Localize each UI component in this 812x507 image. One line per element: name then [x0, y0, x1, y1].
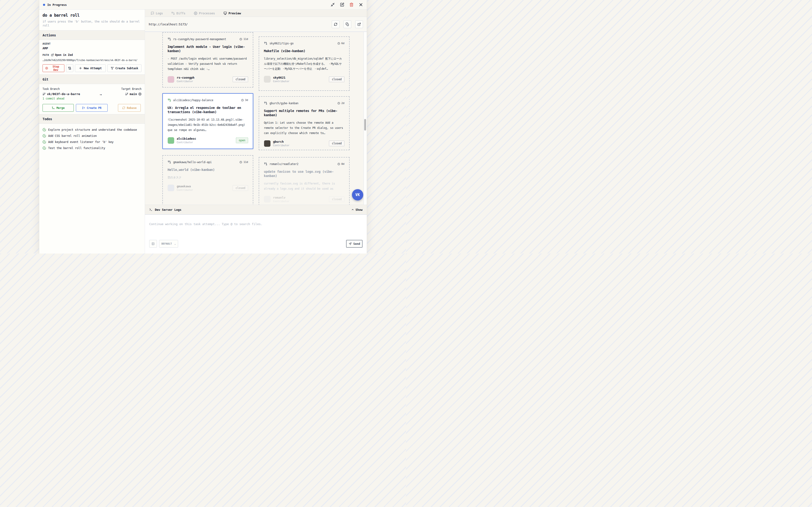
refresh-button[interactable]	[332, 20, 340, 28]
chevron-down-icon: ⌄	[174, 242, 176, 245]
gear-icon[interactable]	[138, 93, 142, 96]
tab-preview[interactable]: Preview	[223, 11, 241, 15]
tab-bar: LogsDiffsProcessesPreview	[145, 10, 367, 17]
refresh-icon	[122, 106, 125, 109]
stop-circle-icon	[45, 67, 48, 70]
close-icon[interactable]	[359, 3, 363, 7]
pr-status-badge: open	[236, 137, 248, 143]
attach-image-button[interactable]	[149, 240, 157, 247]
card-age: 6d	[338, 42, 345, 45]
external-link-icon	[51, 54, 54, 56]
pr-card[interactable]: gburch/gybe-kanban 2d Support multiple r…	[259, 96, 350, 150]
send-icon	[349, 242, 352, 245]
git-section-header: Git	[39, 74, 145, 84]
pr-status-badge: closed	[329, 140, 345, 146]
terminal-icon	[149, 208, 152, 211]
stop-dev-button[interactable]: Stop Dev	[43, 64, 64, 72]
minimize-icon[interactable]	[331, 3, 335, 7]
git-branch-icon	[43, 93, 46, 96]
check-circle-icon	[43, 128, 46, 131]
card-author-role: Contributor	[177, 80, 194, 83]
check-circle-icon	[43, 140, 46, 144]
card-age: 3d	[241, 99, 248, 102]
pr-card[interactable]: romanlv/readlater2 8d update favicon to …	[259, 157, 350, 205]
card-author-role: Contributor	[273, 200, 290, 203]
card-author: gburch	[273, 140, 290, 144]
edit-icon[interactable]	[340, 3, 344, 7]
message-input[interactable]	[145, 215, 367, 237]
show-logs-toggle[interactable]: Show	[351, 208, 362, 212]
card-description: Option 1: Let users choose the remote Ad…	[264, 120, 345, 136]
fork-icon	[111, 67, 114, 70]
tab-processes[interactable]: Processes	[194, 11, 215, 15]
create-subtask-button[interactable]: Create Subtask	[107, 64, 142, 72]
create-pr-button[interactable]: Create PR	[76, 104, 108, 112]
todo-item: Explore project structure and understand…	[43, 128, 142, 131]
card-title: Support multiple remotes for PRs (vibe-k…	[264, 109, 345, 117]
avatar	[264, 140, 271, 147]
card-author: rs-cuongph	[177, 76, 194, 79]
avatar	[264, 196, 271, 203]
vibe-kanban-bubble[interactable]: VK	[352, 189, 363, 201]
clock-icon	[338, 42, 340, 45]
todo-item: Add CSS barrel roll animation	[43, 134, 142, 137]
pr-card[interactable]: sky0621/tips-go 6d Makefile (vibe-kanban…	[259, 36, 350, 91]
status-label: In Progress	[47, 3, 67, 7]
pr-card[interactable]: rs-cuongph/my-password-management 11d Im…	[162, 32, 253, 88]
card-description: - POST /auth/login endpoint với username…	[167, 56, 248, 72]
card-author-role: Contributor	[273, 80, 290, 83]
card-repo: alcibiadesc/happy-balance	[173, 99, 213, 102]
new-attempt-button[interactable]: New Attempt	[75, 64, 106, 72]
check-circle-icon	[43, 134, 46, 137]
diff-icon	[171, 11, 175, 15]
browser-bar: http://localhost:5173/	[145, 17, 367, 32]
delete-icon[interactable]	[349, 3, 354, 7]
todo-item: Add keyboard event listener for 'b' key	[43, 140, 142, 144]
profile-select[interactable]: DEFAULT ⌄	[159, 240, 178, 247]
merge-button[interactable]: Merge	[43, 104, 74, 112]
tab-logs[interactable]: Logs	[151, 11, 163, 15]
task-title: do a barrel roll	[43, 13, 142, 17]
git-section: Task Branch vk/063f-do-a-barre 1 commit …	[39, 84, 145, 114]
pull-request-icon	[167, 160, 171, 164]
dev-logs-scroll-button[interactable]	[66, 64, 73, 72]
card-repo: gburch/gybe-kanban	[269, 102, 298, 105]
open-in-zed-link[interactable]: Open in Zed	[51, 53, 73, 57]
card-author: sky0621	[273, 76, 290, 79]
card-author-role: Contributor	[177, 188, 193, 191]
card-description: currently favicon.svg is different, ther…	[264, 181, 345, 191]
copy-icon	[346, 22, 349, 26]
clock-icon	[241, 99, 244, 102]
card-author-role: Contributor	[177, 141, 196, 144]
send-button[interactable]: Send	[346, 240, 362, 247]
card-title: Hello,world (vibe-kanban)	[167, 168, 248, 172]
image-icon	[152, 242, 155, 245]
pr-status-badge: closed	[233, 76, 248, 82]
pr-card[interactable]: alcibiadesc/happy-balance 3d UX: Arregla…	[162, 93, 253, 149]
card-author: alcibiadesc	[177, 137, 196, 140]
refresh-icon	[334, 22, 338, 26]
scrollbar-track[interactable]	[363, 32, 367, 205]
card-author: gmaekawa	[177, 184, 193, 188]
clock-icon	[338, 163, 340, 165]
clock-icon	[240, 161, 242, 164]
plus-icon	[79, 67, 82, 70]
pr-card[interactable]: gmaekawa/hello-world-api 11d Hello,world…	[162, 155, 253, 205]
rebase-button[interactable]: Rebase	[118, 104, 141, 112]
card-title: Makefile (vibe-kanban)	[264, 49, 345, 53]
open-external-button[interactable]	[355, 20, 363, 28]
card-title: update favicon to use logo.svg (vibe-kan…	[264, 169, 345, 178]
pr-status-badge: closed	[329, 196, 345, 202]
card-age: 8d	[338, 162, 345, 165]
dev-server-logs-label: Dev Server Logs	[149, 208, 182, 212]
avatar	[167, 184, 174, 191]
copy-url-button[interactable]	[344, 20, 351, 28]
gear-icon	[194, 11, 197, 15]
tab-diffs[interactable]: Diffs	[171, 11, 185, 15]
url-input[interactable]: http://localhost:5173/	[149, 22, 188, 26]
card-title: Implement Auth module - User login (vibe…	[167, 45, 248, 53]
scrollbar-thumb[interactable]	[364, 119, 366, 130]
card-repo: rs-cuongph/my-password-management	[173, 38, 226, 41]
external-link-icon	[357, 22, 361, 26]
clock-icon	[338, 102, 340, 105]
